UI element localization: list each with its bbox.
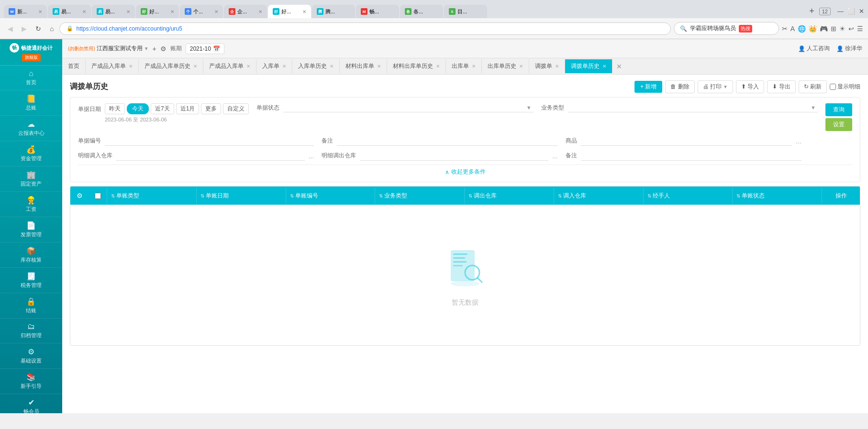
- sidebar-item-archive[interactable]: 🗂 归档管理: [0, 319, 62, 343]
- close-all-btn[interactable]: ✕: [612, 63, 626, 70]
- add-company-btn[interactable]: +: [153, 45, 156, 53]
- browser-tab-8[interactable]: 腾 腾...: [312, 5, 355, 18]
- collapse-btn[interactable]: ∧ 收起更多条件: [445, 168, 486, 176]
- display-checkbox[interactable]: [830, 84, 836, 90]
- svg-point-0: [451, 281, 479, 286]
- sidebar-item-settings[interactable]: ⚙ 基础设置: [0, 343, 62, 369]
- import-btn[interactable]: ⬆ 导入: [736, 80, 764, 93]
- page-tab-material_out_history[interactable]: 材料出库单历史 ✕: [387, 59, 446, 73]
- sidebar-item-guide[interactable]: 📚 新手引导: [0, 369, 62, 394]
- sidebar-item-home[interactable]: ⌂ 首页: [0, 66, 62, 90]
- type-select[interactable]: ▼: [568, 103, 818, 112]
- address-bar[interactable]: 🔒 https://cloud.chanjet.com/accounting/u…: [59, 22, 670, 35]
- browser-tab-10[interactable]: 各 各...: [400, 5, 443, 18]
- sidebar-item-ledger[interactable]: 📒 总账: [0, 90, 62, 116]
- status-select[interactable]: ▼: [283, 103, 533, 112]
- fixed_assets-icon: 🏢: [26, 170, 36, 179]
- page-tab-material_out[interactable]: 材料出库单 ✕: [340, 59, 387, 73]
- more-btn[interactable]: 更多: [201, 103, 221, 114]
- doc-num-input[interactable]: [105, 136, 314, 146]
- yesterday-btn[interactable]: 昨天: [105, 103, 125, 114]
- select-all-checkbox[interactable]: [95, 193, 101, 199]
- th-status[interactable]: ⇅ 单账状态: [732, 188, 822, 204]
- browser-tab-5[interactable]: 个 个... ✕: [180, 5, 223, 18]
- service-btn[interactable]: 👤 人工咨询: [798, 44, 830, 53]
- detail-in-input[interactable]: [116, 151, 305, 161]
- custom-btn[interactable]: 自定义: [223, 103, 249, 114]
- sidebar-item-member[interactable]: ✔ 畅会员: [0, 394, 62, 419]
- note-input[interactable]: [337, 136, 557, 146]
- print-btn[interactable]: 🖨 打印 ▼: [698, 80, 733, 93]
- th-type[interactable]: ⇅ 单账类型: [107, 188, 196, 204]
- sidebar-item-inventory[interactable]: 📦 库存核算: [0, 242, 62, 268]
- detail-note-input[interactable]: [581, 151, 801, 161]
- th-biz_type[interactable]: ⇅ 业务类型: [375, 188, 464, 204]
- query-btn[interactable]: 查询: [825, 103, 852, 116]
- detail-out-input[interactable]: [360, 151, 548, 161]
- settings-btn[interactable]: ⚙: [160, 45, 167, 53]
- delete-btn[interactable]: 🗑 删除: [665, 80, 694, 93]
- sidebar-item-payroll[interactable]: 👷 工资: [0, 192, 62, 217]
- page-tab-out_history[interactable]: 出库单历史 ✕: [482, 59, 529, 73]
- page-tab-in_order[interactable]: 入库单 ✕: [256, 59, 292, 73]
- browser-tab-7[interactable]: 好 好... ✕: [268, 5, 311, 18]
- goods-input[interactable]: [581, 136, 792, 146]
- th-checkbox[interactable]: [89, 189, 107, 203]
- th-settings[interactable]: ⚙: [70, 188, 89, 203]
- browser-tab-1[interactable]: W 新... ✕: [4, 5, 47, 18]
- company-selector[interactable]: (勿删勿禁用) 江西服宝测试专用 ▼: [68, 44, 149, 53]
- period-value: 2021-10: [190, 45, 211, 52]
- week-btn[interactable]: 近7天: [151, 103, 174, 114]
- page-tab-transfer_history[interactable]: 调拨单历史 ✕: [565, 59, 612, 73]
- page-tab-home[interactable]: 首页: [62, 59, 86, 73]
- refresh-button[interactable]: ↻: [33, 23, 44, 34]
- detail-out-dots[interactable]: ...: [552, 152, 558, 160]
- browser-tab-11[interactable]: S 目...: [444, 5, 487, 18]
- sidebar-item-tax[interactable]: 🧾 税务管理: [0, 268, 62, 293]
- th-actions: 操作: [822, 188, 860, 204]
- th-number[interactable]: ⇅ 单账编号: [286, 188, 375, 204]
- th-in_warehouse[interactable]: ⇅ 调入仓库: [554, 188, 643, 204]
- page-tab-in_history[interactable]: 入库单历史 ✕: [292, 59, 340, 73]
- page-tab-produce_in2[interactable]: 产成品入库单 ✕: [203, 59, 256, 73]
- today-btn[interactable]: 今天: [127, 103, 149, 114]
- sidebar-item-cloud_report[interactable]: ☁ 云报表中心: [0, 116, 62, 141]
- sidebar-item-closing[interactable]: 🔒 结账: [0, 293, 62, 319]
- page-tab-produce_in_history[interactable]: 产成品入库单历史 ✕: [139, 59, 203, 73]
- export-btn[interactable]: ⬇ 导出: [767, 80, 795, 93]
- goods-dots[interactable]: ...: [796, 137, 801, 145]
- page-tab-produce_in[interactable]: 产成品入库单 ✕: [86, 59, 139, 73]
- new-btn[interactable]: + 新增: [634, 81, 662, 93]
- new-tab-button[interactable]: +: [807, 6, 816, 16]
- refresh-btn[interactable]: ↻ 刷新: [799, 80, 827, 93]
- browser-search[interactable]: 🔍 学霸应聘场驱鸟员 热搜: [674, 22, 779, 35]
- th-out_warehouse[interactable]: ⇅ 调出仓库: [464, 188, 554, 204]
- sidebar-item-fixed_assets[interactable]: 🏢 固定资产: [0, 166, 62, 192]
- back-button[interactable]: ◀: [5, 23, 16, 34]
- settings-filter-btn[interactable]: 设置: [825, 118, 852, 131]
- period-selector[interactable]: 2021-10 📅: [186, 44, 224, 54]
- sidebar-item-capital[interactable]: 💰 资金管理: [0, 141, 62, 166]
- browser-tab-9[interactable]: M 畅...: [356, 5, 399, 18]
- detail-note-label: 备注: [566, 152, 577, 160]
- page-tab-transfer[interactable]: 调拨单 ✕: [529, 59, 565, 73]
- browser-tab-4[interactable]: 好 好... ✕: [136, 5, 179, 18]
- browser-tab-6[interactable]: 企 企... ✕: [224, 5, 267, 18]
- home-button[interactable]: ⌂: [47, 23, 56, 34]
- archive-icon: 🗂: [27, 322, 35, 331]
- browser-tab-2[interactable]: 易 易... ✕: [48, 5, 91, 18]
- th-handler[interactable]: ⇅ 经手人: [643, 188, 733, 204]
- th-date[interactable]: ⇅ 单账日期: [196, 188, 286, 204]
- guide-icon: 📚: [26, 373, 36, 382]
- sidebar-item-invoice[interactable]: 📄 发票管理: [0, 217, 62, 242]
- detail-in-dots[interactable]: ...: [309, 152, 314, 160]
- forward-button[interactable]: ▶: [19, 23, 30, 34]
- month-btn[interactable]: 近1月: [176, 103, 200, 114]
- page-tab-out_order[interactable]: 出库单 ✕: [446, 59, 482, 73]
- svg-rect-5: [453, 265, 463, 266]
- payroll-label: 工资: [26, 206, 36, 213]
- sort-icon: ⇅: [736, 193, 740, 198]
- user-menu[interactable]: 👤 徐泽华: [836, 44, 862, 53]
- display-detail-checkbox[interactable]: 显示明细: [830, 83, 860, 91]
- browser-tab-3[interactable]: 易 易... ✕: [92, 5, 135, 18]
